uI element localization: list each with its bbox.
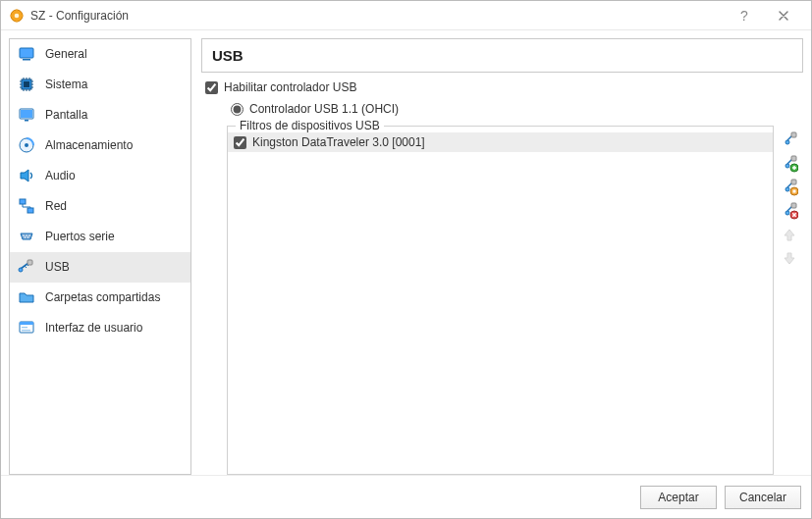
svg-rect-7 <box>21 110 32 118</box>
general-icon <box>18 45 35 63</box>
svg-rect-8 <box>25 120 28 122</box>
dialog-button-bar: Aceptar Cancelar <box>1 475 811 518</box>
sidebar-item-label: Puertos serie <box>45 230 115 243</box>
sidebar-item-interfaz[interactable]: Interfaz de usuario <box>10 313 190 343</box>
usb-controller-radio[interactable]: Controlador USB 1.1 (OHCI) <box>203 102 801 116</box>
sidebar-item-pantalla[interactable]: Pantalla <box>10 100 190 130</box>
folder-icon <box>18 288 35 306</box>
svg-point-15 <box>28 234 30 236</box>
usb-filters-legend: Filtros de dispositivos USB <box>236 119 384 132</box>
sidebar-item-label: Pantalla <box>45 108 87 122</box>
sidebar-item-general[interactable]: General <box>10 39 190 70</box>
audio-icon <box>18 167 35 184</box>
help-button[interactable]: ? <box>725 2 764 29</box>
sidebar-item-label: Audio <box>45 169 76 182</box>
svg-point-1 <box>15 13 20 18</box>
svg-rect-34 <box>791 203 796 208</box>
chip-icon <box>18 76 35 93</box>
app-icon <box>9 8 25 24</box>
svg-rect-12 <box>27 208 33 213</box>
svg-rect-5 <box>24 81 29 87</box>
titlebar: SZ - Configuración ? <box>1 1 811 30</box>
sidebar-item-almacenamiento[interactable]: Almacenamiento <box>10 130 190 161</box>
svg-rect-21 <box>20 322 33 325</box>
svg-rect-19 <box>27 260 32 265</box>
svg-rect-2 <box>20 48 33 58</box>
window-title: SZ - Configuración <box>30 9 725 23</box>
add-from-device-button[interactable] <box>781 155 798 173</box>
category-sidebar: General Sistema Pantalla Almacenamiento <box>9 38 191 475</box>
sidebar-item-usb[interactable]: USB <box>10 252 190 283</box>
serial-icon <box>18 228 35 245</box>
svg-point-10 <box>25 143 28 147</box>
enable-usb-checkbox[interactable]: Habilitar controlador USB <box>203 80 801 94</box>
usb-filter-list[interactable]: Kingston DataTraveler 3.0 [0001] <box>228 132 773 474</box>
svg-point-29 <box>785 187 789 191</box>
sidebar-item-label: Interfaz de usuario <box>45 321 142 335</box>
add-empty-filter-button[interactable] <box>781 131 798 149</box>
enable-usb-input[interactable] <box>205 81 218 94</box>
ok-button[interactable]: Aceptar <box>640 486 717 509</box>
svg-point-26 <box>785 164 789 168</box>
page-title: USB <box>212 47 792 64</box>
sidebar-item-red[interactable]: Red <box>10 191 190 222</box>
svg-point-14 <box>26 234 27 236</box>
usb-filter-label: Kingston DataTraveler 3.0 [0001] <box>252 135 425 149</box>
usb-controller-label: Controlador USB 1.1 (OHCI) <box>249 102 399 116</box>
window-body: General Sistema Pantalla Almacenamiento <box>1 30 811 475</box>
svg-point-18 <box>19 268 23 272</box>
svg-point-13 <box>23 234 25 236</box>
svg-rect-30 <box>791 180 796 184</box>
svg-rect-22 <box>22 327 27 328</box>
svg-rect-3 <box>23 59 30 61</box>
sidebar-item-audio[interactable]: Audio <box>10 161 190 191</box>
usb-panel: Habilitar controlador USB Controlador US… <box>201 80 803 475</box>
sidebar-item-carpetas[interactable]: Carpetas compartidas <box>10 283 190 313</box>
sidebar-item-label: General <box>45 47 87 61</box>
svg-rect-27 <box>791 156 796 161</box>
svg-rect-23 <box>22 330 30 331</box>
filter-actions <box>778 126 801 475</box>
svg-point-33 <box>785 211 789 215</box>
settings-window: SZ - Configuración ? General Sistema <box>0 0 812 519</box>
network-icon <box>18 197 35 215</box>
sidebar-item-sistema[interactable]: Sistema <box>10 70 190 100</box>
svg-rect-25 <box>791 132 796 137</box>
sidebar-item-label: USB <box>45 260 70 274</box>
usb-filter-item[interactable]: Kingston DataTraveler 3.0 [0001] <box>228 132 773 152</box>
usb-icon <box>18 258 35 276</box>
main-header: USB <box>201 38 803 73</box>
svg-point-16 <box>25 236 27 238</box>
svg-point-17 <box>27 236 29 238</box>
usb-controller-input[interactable] <box>231 103 244 116</box>
svg-rect-32 <box>793 190 796 193</box>
sidebar-item-label: Red <box>45 199 67 213</box>
close-button[interactable] <box>764 2 803 29</box>
move-down-button <box>781 249 798 267</box>
svg-rect-11 <box>20 199 26 204</box>
svg-point-24 <box>785 140 789 144</box>
sidebar-item-label: Almacenamiento <box>45 138 133 152</box>
remove-filter-button[interactable] <box>781 202 798 220</box>
main-panel: USB Habilitar controlador USB Controlado… <box>201 38 803 475</box>
edit-filter-button[interactable] <box>781 179 798 196</box>
storage-icon <box>18 136 35 154</box>
usb-filter-checkbox[interactable] <box>234 136 246 149</box>
usb-filters-group: Filtros de dispositivos USB Kingston Dat… <box>227 126 774 475</box>
cancel-button[interactable]: Cancelar <box>725 486 801 509</box>
sidebar-item-label: Carpetas compartidas <box>45 290 160 304</box>
display-icon <box>18 106 35 124</box>
sidebar-item-label: Sistema <box>45 78 87 91</box>
move-up-button <box>781 226 798 243</box>
sidebar-item-puertos-serie[interactable]: Puertos serie <box>10 222 190 252</box>
ui-icon <box>18 319 35 337</box>
enable-usb-label: Habilitar controlador USB <box>224 80 356 94</box>
